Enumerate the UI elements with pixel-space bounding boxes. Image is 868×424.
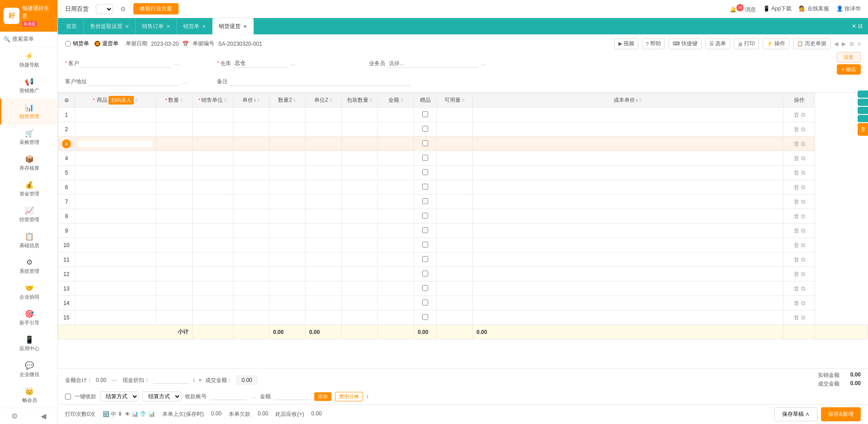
sale-unit-cell[interactable] xyxy=(193,108,233,122)
unit-price-cell[interactable] xyxy=(233,310,269,325)
online-service-link[interactable]: 💁 在线客服 xyxy=(799,5,829,13)
salesperson-input[interactable] xyxy=(387,59,477,68)
gift-checkbox[interactable] xyxy=(422,256,428,262)
add-btn[interactable]: 添加 xyxy=(314,392,331,401)
sidebar-item-marketing[interactable]: 📢 营销推广 xyxy=(0,73,57,99)
sidebar-item-purchase[interactable]: 🛒 采购管理 xyxy=(0,124,57,150)
gift-checkbox[interactable] xyxy=(422,271,428,276)
copy-row-icon[interactable]: ⧉ xyxy=(801,155,805,162)
gift-cell[interactable] xyxy=(414,209,437,224)
app-download-link[interactable]: 📱 App下载 xyxy=(763,5,792,13)
sale-unit-cell[interactable] xyxy=(193,151,233,166)
settlement-select[interactable]: 结算方式 xyxy=(100,391,139,401)
cost-price-cell[interactable] xyxy=(473,224,783,238)
goods-cell[interactable] xyxy=(75,224,156,238)
qty2-cell[interactable] xyxy=(269,252,306,267)
customer-dots[interactable]: ... xyxy=(175,60,179,67)
delete-row-icon[interactable]: 🗑 xyxy=(793,300,799,307)
available-cell[interactable] xyxy=(437,195,473,209)
copy-row-icon[interactable]: ⧉ xyxy=(801,285,805,292)
pkg-qty-cell[interactable] xyxy=(342,209,378,224)
tab-home[interactable]: 首页 xyxy=(60,18,84,34)
sale-unit-cell[interactable] xyxy=(193,195,233,209)
sort-qty2-icon[interactable]: ⇅ xyxy=(293,98,297,103)
qty-cell[interactable] xyxy=(156,108,193,122)
pkg-qty-cell[interactable] xyxy=(342,180,378,195)
qty2-cell[interactable] xyxy=(269,267,306,281)
goods-cell[interactable] xyxy=(75,267,156,281)
tab-sale-price[interactable]: 售价提取设置 ✕ xyxy=(84,18,136,34)
grid-view-icon[interactable]: ⊞ xyxy=(849,41,854,47)
sidebar-item-finance[interactable]: 💰 资金管理 xyxy=(0,176,57,202)
amount-cell[interactable] xyxy=(378,195,414,209)
qty2-cell[interactable] xyxy=(269,137,306,151)
gift-checkbox[interactable] xyxy=(422,111,428,117)
unit-price-cell[interactable] xyxy=(233,166,269,180)
cost-price-cell[interactable] xyxy=(473,108,783,122)
amount-cell[interactable] xyxy=(378,281,414,296)
goods-cell[interactable] xyxy=(75,238,156,252)
calendar-icon[interactable]: 📅 xyxy=(182,41,189,47)
notification-icon[interactable]: 🔔70 消息 xyxy=(730,4,756,14)
gift-checkbox[interactable] xyxy=(422,140,428,146)
gift-cell[interactable] xyxy=(414,195,437,209)
unit-price-cell[interactable] xyxy=(233,122,269,137)
delete-row-icon[interactable]: 🗑 xyxy=(793,198,799,205)
unit-price-cell[interactable] xyxy=(233,281,269,296)
experience-btn[interactable]: 体验行业方案 xyxy=(133,3,179,14)
pkg-qty-cell[interactable] xyxy=(342,281,378,296)
cost-price-cell[interactable] xyxy=(473,209,783,224)
copy-row-icon[interactable]: ⧉ xyxy=(801,271,805,278)
next-doc-icon[interactable]: ▶ xyxy=(842,41,846,47)
available-cell[interactable] xyxy=(437,238,473,252)
unit2-cell[interactable] xyxy=(306,195,342,209)
unit2-cell[interactable] xyxy=(306,267,342,281)
discount-input[interactable] xyxy=(153,377,189,384)
gift-cell[interactable] xyxy=(414,252,437,267)
gift-cell[interactable] xyxy=(414,267,437,281)
unit2-cell[interactable] xyxy=(306,166,342,180)
available-cell[interactable] xyxy=(437,122,473,137)
goods-cell[interactable] xyxy=(75,108,156,122)
qty-cell[interactable] xyxy=(156,281,193,296)
amount-cell[interactable] xyxy=(378,267,414,281)
qty-cell[interactable] xyxy=(156,310,193,325)
goods-cell[interactable] xyxy=(75,310,156,325)
goods-cell[interactable] xyxy=(75,281,156,296)
tab-close-icon[interactable]: ✕ xyxy=(125,24,129,29)
qty2-cell[interactable] xyxy=(269,195,306,209)
delete-row-icon[interactable]: 🗑 xyxy=(793,314,799,321)
cost-price-cell[interactable] xyxy=(473,252,783,267)
sort-cost-icon[interactable]: ⇅ xyxy=(639,98,642,103)
amount-cell[interactable] xyxy=(378,122,414,137)
delete-row-icon[interactable]: 🗑 xyxy=(793,256,799,263)
warehouse-dots[interactable]: ... xyxy=(291,60,295,67)
account-input[interactable] xyxy=(210,393,246,400)
available-cell[interactable] xyxy=(437,310,473,325)
gift-cell[interactable] xyxy=(414,310,437,325)
copy-row-icon[interactable]: ⧉ xyxy=(801,314,805,321)
pkg-qty-cell[interactable] xyxy=(342,224,378,238)
pkg-qty-cell[interactable] xyxy=(342,296,378,310)
delete-row-icon[interactable]: 🗑 xyxy=(793,169,799,176)
sort-amount-icon[interactable]: ⇅ xyxy=(400,98,404,103)
history-btn[interactable]: 📋 历史单据 xyxy=(793,38,830,49)
available-cell[interactable] xyxy=(437,137,473,151)
goods-cell[interactable] xyxy=(75,137,156,151)
save-new-btn[interactable]: 保存&新增 xyxy=(821,407,861,421)
cost-price-cell[interactable] xyxy=(473,166,783,180)
gift-checkbox[interactable] xyxy=(422,300,428,305)
goods-cell[interactable] xyxy=(75,166,156,180)
pkg-qty-cell[interactable] xyxy=(342,238,378,252)
amount-cell[interactable] xyxy=(378,310,414,325)
qty2-cell[interactable] xyxy=(269,166,306,180)
pkg-qty-cell[interactable] xyxy=(342,122,378,137)
qty-cell[interactable] xyxy=(156,122,193,137)
copy-row-icon[interactable]: ⧉ xyxy=(801,184,805,191)
sidebar-item-enterprise[interactable]: 🤝 企业协同 xyxy=(0,279,57,305)
cost-price-cell[interactable] xyxy=(473,180,783,195)
qty2-cell[interactable] xyxy=(269,151,306,166)
video-btn[interactable]: ▶ 视频 xyxy=(614,38,638,49)
copy-row-icon[interactable]: ⧉ xyxy=(801,140,805,148)
goods-cell[interactable] xyxy=(75,151,156,166)
